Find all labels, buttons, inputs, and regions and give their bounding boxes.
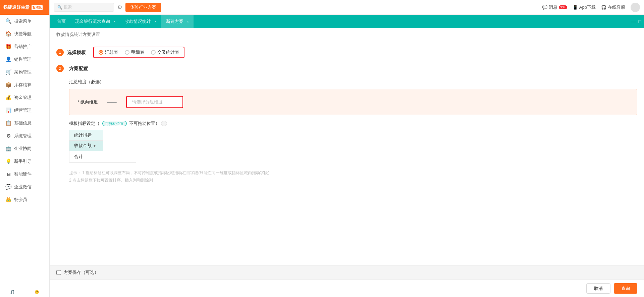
message-btn[interactable]: 💬 消息 99+ [542, 4, 567, 10]
sidebar-item-inventory[interactable]: 📦库存核算 [0, 79, 49, 91]
hardware-label: 智能硬件 [14, 171, 32, 177]
tab-label-home: 首页 [57, 18, 66, 24]
page-title-bar: 收款情况统计方案设置 [50, 28, 644, 41]
operation-label: 经营管理 [14, 107, 32, 113]
sidebar-item-basic-info[interactable]: 📋基础信息 [0, 117, 49, 130]
cancel-button[interactable]: 取消 [586, 283, 610, 294]
radio-detail-label: 明细表 [131, 49, 144, 55]
sidebar-logo: 畅捷通好生意 标准版 [0, 0, 49, 15]
sidebar-item-marketing[interactable]: 🎁营销推广 [0, 40, 49, 53]
message-icon: 💬 [542, 5, 547, 10]
tab-home[interactable]: 首页 [52, 15, 70, 28]
tab-close-bank-flow[interactable]: × [113, 19, 115, 23]
col1-header-label: 收款金额 [74, 143, 92, 149]
radio-cross-circle [151, 50, 156, 55]
app-download-btn[interactable]: 📱 App下载 [573, 4, 596, 10]
col1-dropdown-arrow: ▼ [93, 144, 96, 148]
row-total-label: 合计 [74, 154, 83, 159]
sidebar-item-finance[interactable]: 💰资金管理 [0, 91, 49, 104]
search-menu-label: 搜索菜单 [14, 18, 32, 24]
purchase-icon: 🛒 [5, 69, 11, 75]
gear-icon[interactable]: ⚙ [117, 4, 122, 10]
tab-close-new-plan[interactable]: × [187, 19, 189, 23]
hint-2: 2.点击标题栏下拉可设置排序、插入列和删除列 [69, 177, 637, 184]
non-draggable-badge [161, 121, 167, 126]
dimension-box: * 纵向维度 —— 请选择分组维度 [69, 89, 637, 115]
tab-bank-flow[interactable]: 现金银行流水查询× [70, 15, 120, 28]
vip-label: 畅会员 [14, 197, 27, 203]
radio-cross[interactable]: 交叉统计表 [151, 49, 179, 55]
radio-summary[interactable]: 汇总表 [99, 49, 118, 55]
guide-label: 新手引导 [14, 158, 32, 164]
sales-label: 销售管理 [14, 56, 32, 62]
indicator-table: 统计指标 收款金额 ▼ 合计 [69, 130, 136, 163]
draggable-badge: 可拖动位置 [102, 121, 127, 126]
sidebar-item-search-menu[interactable]: 🔍搜索菜单 [0, 15, 49, 28]
tabs-bar: 首页现金银行流水查询×收款情况统计×新建方案× — □ [50, 15, 644, 28]
inventory-label: 库存核算 [14, 82, 32, 88]
indicator-row-total: 合计 [69, 151, 103, 162]
maximize-tab-icon[interactable]: □ [639, 19, 641, 24]
enterprise-icon: 🏢 [5, 146, 11, 152]
sidebar: 畅捷通好生意 标准版 🔍搜索菜单🏠快捷导航🎁营销推广👤销售管理🛒采购管理📦库存核… [0, 0, 50, 297]
dim-arrow: —— [107, 99, 117, 105]
content-area: 收款情况统计方案设置 1 选择模板 汇总表 明细表 [50, 28, 644, 297]
tabs-controls: — □ [631, 19, 641, 24]
marketing-label: 营销推广 [14, 44, 32, 50]
section1-row: 1 选择模板 汇总表 明细表 交叉统计表 [56, 47, 637, 58]
sidebar-item-hardware[interactable]: 🖥智能硬件 [0, 168, 49, 181]
sidebar-item-quick-nav[interactable]: 🏠快捷导航 [0, 28, 49, 40]
summary-dim-title: 汇总维度（必选） [69, 79, 637, 85]
tab-close-collection-stat[interactable]: × [154, 19, 156, 23]
tab-collection-stat[interactable]: 收款情况统计× [120, 15, 161, 28]
sidebar-bottom-item2[interactable]: 😊 [35, 290, 39, 294]
sidebar-item-vip[interactable]: 👑畅会员 [0, 193, 49, 206]
template-radio-group: 汇总表 明细表 交叉统计表 [93, 47, 184, 58]
radio-summary-circle [99, 50, 103, 55]
guide-icon: 💡 [5, 158, 11, 164]
wechat-icon: 💬 [5, 184, 11, 190]
section1-label: 选择模板 [67, 49, 86, 56]
group-dimension-select[interactable]: 请选择分组维度 [126, 96, 183, 108]
search-placeholder-text: 搜索 [64, 4, 72, 10]
indicator-col-header-stats: 统计指标 [69, 130, 103, 141]
form-section: 1 选择模板 汇总表 明细表 交叉统计表 [50, 41, 644, 265]
radio-detail[interactable]: 明细表 [125, 49, 144, 55]
indicator-col-header-amount[interactable]: 收款金额 ▼ [69, 141, 103, 151]
stats-header-label: 统计指标 [74, 132, 92, 138]
avatar[interactable] [631, 3, 640, 12]
operation-icon: 📊 [5, 107, 11, 113]
sidebar-item-purchase[interactable]: 🛒采购管理 [0, 66, 49, 79]
sidebar-item-operation[interactable]: 📊经营管理 [0, 104, 49, 117]
header-search-box[interactable]: 🔍 搜索 [54, 3, 114, 12]
radio-cross-label: 交叉统计表 [157, 49, 179, 55]
sidebar-item-wechat[interactable]: 💬企业微信 [0, 181, 49, 193]
indicator-section: 模板指标设定（ 可拖动位置 不可拖动位置） 统计指标 收款金额 ▼ [69, 120, 637, 167]
purchase-label: 采购管理 [14, 69, 32, 75]
sidebar-item-enterprise[interactable]: 🏢企业协同 [0, 142, 49, 155]
minimize-tab-icon[interactable]: — [631, 19, 636, 24]
basic-info-label: 基础信息 [14, 120, 32, 126]
header: 🔍 搜索 ⚙ 体验行业方案 💬 消息 99+ 📱 App下载 🎧 在线客服 [50, 0, 644, 15]
hint-1: 提示： 1.拖动标题栏可以调整布局，不可跨维度或指标区域拖动栏目字段(只能在同一… [69, 169, 637, 177]
tab-label-bank-flow: 现金银行流水查询 [75, 18, 110, 24]
tab-new-plan[interactable]: 新建方案× [161, 15, 194, 28]
main-area: 🔍 搜索 ⚙ 体验行业方案 💬 消息 99+ 📱 App下载 🎧 在线客服 首页… [50, 0, 644, 297]
industry-btn[interactable]: 体验行业方案 [125, 3, 161, 12]
indicator-title-text: 模板指标设定（ [69, 121, 100, 126]
online-service-btn[interactable]: 🎧 在线客服 [601, 4, 625, 10]
finance-icon: 💰 [5, 95, 11, 101]
system-icon: ⚙ [5, 133, 11, 139]
sidebar-bottom-item1[interactable]: 🎵 [10, 290, 15, 294]
sidebar-item-system[interactable]: ⚙系统管理 [0, 130, 49, 142]
inventory-icon: 📦 [5, 82, 11, 88]
online-service-label: 在线客服 [608, 4, 625, 10]
quick-nav-label: 快捷导航 [14, 31, 32, 37]
query-button[interactable]: 查询 [614, 283, 637, 294]
sidebar-item-guide[interactable]: 💡新手引导 [0, 155, 49, 168]
vertical-dim-label: * 纵向维度 [77, 99, 98, 105]
sidebar-item-sales[interactable]: 👤销售管理 [0, 53, 49, 66]
save-checkbox[interactable] [56, 270, 61, 275]
app-icon: 📱 [573, 5, 578, 10]
page-title: 收款情况统计方案设置 [56, 32, 100, 37]
